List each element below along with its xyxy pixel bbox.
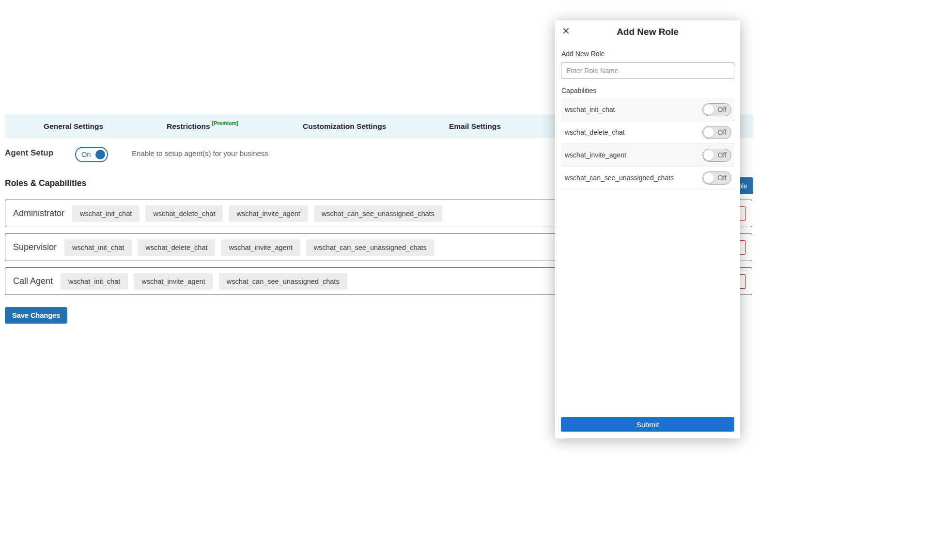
agent-setup-toggle[interactable]: On [75, 147, 108, 162]
capability-name: wschat_can_see_unassigned_chats [565, 174, 674, 182]
role-name-input[interactable] [561, 62, 734, 78]
toggle-knob-icon [95, 150, 105, 159]
capability-row: wschat_delete_chat Off [561, 121, 734, 144]
role-name-field-label: Add New Role [561, 50, 605, 58]
capability-chip: wschat_init_chat [64, 239, 132, 256]
toggle-on-label: On [81, 151, 91, 158]
tab-label: Customization Settings [303, 122, 386, 131]
capability-toggle[interactable]: Off [702, 126, 731, 139]
capabilities-list: wschat_init_chat Off wschat_delete_chat … [561, 98, 734, 189]
toggle-off-label: Off [718, 174, 727, 182]
capability-chip: wschat_init_chat [61, 273, 128, 290]
toggle-knob-icon [704, 173, 714, 183]
capability-name: wschat_init_chat [565, 106, 615, 113]
capability-chip: wschat_delete_chat [145, 205, 223, 222]
toggle-off-label: Off [718, 106, 727, 113]
capability-row: wschat_invite_agent Off [561, 144, 734, 167]
toggle-off-label: Off [718, 128, 727, 136]
capability-chip: wschat_delete_chat [138, 239, 215, 256]
submit-button[interactable]: Submit [561, 417, 734, 432]
roles-capabilities-heading: Roles & Capabilities [5, 178, 86, 188]
capability-row: wschat_init_chat Off [561, 98, 734, 121]
tab-label: Email Settings [449, 122, 501, 131]
capability-chip: wschat_invite_agent [134, 273, 213, 290]
capability-name: wschat_invite_agent [565, 151, 626, 159]
add-new-role-panel: ✕ Add New Role Add New Role Capabilities… [555, 20, 740, 438]
agent-setup-label: Agent Setup [5, 148, 53, 158]
settings-page: General Settings Restrictions [Premium] … [0, 0, 930, 560]
capability-toggle[interactable]: Off [702, 103, 731, 116]
tab-email-settings[interactable]: Email Settings [449, 114, 501, 138]
panel-title: Add New Role [555, 27, 740, 37]
agent-setup-description: Enable to setup agent(s) for your busine… [132, 149, 268, 157]
capability-chip: wschat_can_see_unassigned_chats [219, 273, 347, 290]
tab-customization-settings[interactable]: Customization Settings [303, 114, 386, 138]
tab-general-settings[interactable]: General Settings [44, 114, 103, 138]
capability-row: wschat_can_see_unassigned_chats Off [561, 167, 734, 189]
toggle-knob-icon [704, 105, 714, 115]
capabilities-label: Capabilities [561, 87, 596, 94]
premium-badge: [Premium] [212, 120, 238, 126]
role-name: Supervisior [13, 242, 57, 252]
role-name: Administrator [13, 208, 64, 218]
tab-restrictions[interactable]: Restrictions [Premium] [167, 114, 238, 138]
toggle-off-label: Off [718, 151, 727, 159]
capability-chip: wschat_can_see_unassigned_chats [306, 239, 434, 256]
role-name: Call Agent [13, 276, 53, 286]
toggle-knob-icon [704, 127, 714, 138]
capability-toggle[interactable]: Off [702, 149, 731, 162]
capability-chip: wschat_invite_agent [229, 205, 308, 222]
capability-name: wschat_delete_chat [565, 128, 625, 136]
toggle-knob-icon [704, 150, 714, 160]
capability-toggle[interactable]: Off [702, 171, 731, 185]
capability-chip: wschat_invite_agent [221, 239, 300, 256]
tab-label: Restrictions [167, 122, 210, 131]
save-changes-button[interactable]: Save Changes [5, 307, 67, 324]
capability-chip: wschat_can_see_unassigned_chats [314, 205, 442, 222]
capability-chip: wschat_init_chat [72, 205, 140, 222]
tab-label: General Settings [44, 122, 103, 131]
